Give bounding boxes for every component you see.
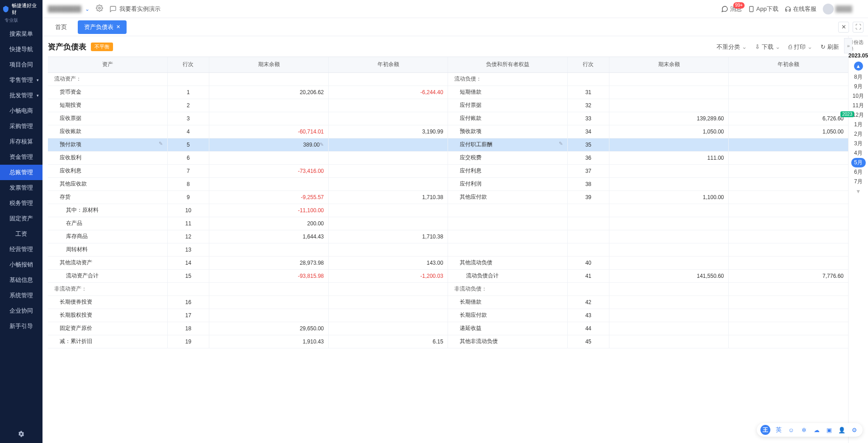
demo-link[interactable]: 我要看实例演示 [109,5,160,13]
sidebar-item[interactable]: 工资 [0,226,42,242]
table-header: 年初余额 [729,57,848,72]
org-selector[interactable]: ████████ ⌄ [48,5,90,12]
balance-sheet-table[interactable]: 资产行次期末余额年初余额负债和所有者权益行次期末余额年初余额 流动资产：流动负债… [48,57,848,443]
refresh-button[interactable]: ↻刷新 [821,43,839,51]
table-row[interactable]: 其中：原材料10-11,100.00 [48,204,848,217]
sidebar-item[interactable]: 零售管理▾ [0,72,42,88]
edit-icon[interactable]: ✎ [159,141,163,147]
table-row[interactable]: 固定资产原价1829,650.00递延收益44 [48,322,848,335]
month-item[interactable]: 8月 [851,72,866,82]
table-row[interactable]: 流动资产合计15-93,815.98-1,200.03流动负债合计41141,5… [48,269,848,282]
table-row[interactable]: 长期债券投资16长期借款42 [48,295,848,309]
table-row[interactable]: 流动资产：流动负债： [48,72,848,86]
ime-user-icon[interactable]: 👤 [837,425,846,434]
ime-emoji-icon[interactable]: ☺ [787,425,796,434]
download-button[interactable]: ⇩下载⌄ [755,43,780,51]
table-row[interactable]: 减：累计折旧191,910.436.15其他非流动负债45 [48,335,848,348]
sidebar-item[interactable]: 库存核算 [0,134,42,149]
user-menu[interactable]: ████ [823,4,863,14]
table-row[interactable]: 应收利息7-73,416.00应付利息37 [48,164,848,177]
sidebar-item[interactable]: 快捷导航 [0,42,42,57]
sidebar-item[interactable]: 项目合同 [0,57,42,72]
sidebar-item[interactable]: 小畅电商 [0,103,42,119]
sidebar-item[interactable]: 新手引导 [0,319,42,334]
ime-settings-icon[interactable]: ⚙ [850,425,859,434]
lang-toggle[interactable]: 英 [774,425,783,434]
table-row[interactable]: 短期投资2应付票据32 [48,99,848,112]
svg-rect-1 [750,6,753,12]
sidebar-item[interactable]: 资金管理 [0,149,42,165]
logo: 畅捷通好业财 [0,0,42,18]
sidebar-item[interactable]: 批发管理▾ [0,88,42,103]
table-row[interactable]: 应收票据3应付账款33139,289.606,726.60 [48,112,848,125]
table-row[interactable]: 预付款项✎5389.00✎应付职工薪酬✎35 [48,138,848,151]
month-item[interactable]: 5月 [851,158,866,167]
table-row[interactable]: 在产品11200.00 [48,217,848,230]
table-row[interactable]: 非流动资产：非流动负债： [48,282,848,295]
report-header: 资产负债表 不平衡 不重分类⌄ ⇩下载⌄ ⎙打印⌄ ↻刷新 [48,42,848,57]
sidebar-item[interactable]: 小畅报销 [0,257,42,272]
settings-icon[interactable] [0,425,42,443]
table-row[interactable]: 周转材料13 [48,243,848,256]
edit-icon[interactable]: ✎ [559,141,563,147]
message-badge: 99+ [733,2,745,9]
table-row[interactable]: 应收股利6应交税费36111.00 [48,151,848,164]
year-tag: 2023 [840,111,854,117]
table-row[interactable]: 库存商品121,644.431,710.38 [48,230,848,243]
scroll-down-icon[interactable]: ▼ [856,188,861,195]
messages-button[interactable]: 消息 99+ [721,5,742,13]
scroll-up-icon[interactable]: ▲ [854,62,863,71]
close-all-tabs-button[interactable]: ✕ [838,22,849,33]
month-item[interactable]: 3月 [851,139,866,148]
sidebar-item[interactable]: 税务管理 [0,195,42,211]
month-selector-panel: » 月份选择 2023.05 ▲ 8月9月10月11月12月1月2月3月4月5月… [848,36,868,443]
gear-icon[interactable] [96,5,103,13]
table-header: 负债和所有者权益 [448,57,567,72]
table-header: 年初余额 [329,57,448,72]
sidebar-item[interactable]: 总账管理 [0,165,42,180]
sidebar-item[interactable]: 发票管理 [0,180,42,195]
sidebar-item[interactable]: 搜索菜单 [0,26,42,42]
ime-clipboard-icon[interactable]: ▣ [825,425,834,434]
month-item[interactable]: 11月 [851,101,866,110]
expand-panel-icon[interactable]: » [844,38,852,53]
month-item[interactable]: 10月 [851,91,866,101]
sidebar-item[interactable]: 采购管理 [0,119,42,134]
month-item[interactable]: 2月 [851,129,866,139]
fullscreen-button[interactable]: ⛶ [853,22,863,33]
ime-voice-icon[interactable]: ✲ [799,425,808,434]
table-header: 期末余额 [209,57,329,72]
sidebar-item[interactable]: 经营管理 [0,242,42,257]
ime-indicator[interactable]: 王 [760,425,770,435]
table-row[interactable]: 其他应收款8应付利润38 [48,177,848,191]
close-icon[interactable]: ✕ [116,24,120,30]
app-download-button[interactable]: App下载 [748,5,778,13]
print-button[interactable]: ⎙打印⌄ [788,43,812,51]
reclassify-toggle[interactable]: 不重分类⌄ [717,43,747,51]
month-panel-year: 2023.05 [849,52,868,59]
month-item[interactable]: 7月 [851,177,866,186]
sidebar-item[interactable]: 系统管理 [0,288,42,303]
table-row[interactable]: 货币资金120,206.62-6,244.40短期借款31 [48,86,848,99]
ime-toolbar: 王 英 ☺ ✲ ☁ ▣ 👤 ⚙ [757,423,863,437]
ime-cloud-icon[interactable]: ☁ [812,425,821,434]
chevron-down-icon: ▾ [37,78,39,82]
online-service-button[interactable]: 在线客服 [785,5,816,13]
table-row[interactable]: 其他流动资产1428,973.98143.00其他流动负债40 [48,256,848,269]
table-row[interactable]: 应收账款4-60,714.013,190.99预收款项341,050.001,0… [48,125,848,138]
tab-balance-sheet[interactable]: 资产负债表 ✕ [78,20,127,34]
table-row[interactable]: 长期股权投资17长期应付款43 [48,309,848,322]
month-item[interactable]: 6月 [851,167,866,177]
sidebar-item[interactable]: 企业协同 [0,303,42,319]
tab-home[interactable]: 首页 [49,20,73,34]
month-item[interactable]: 4月 [851,148,866,158]
sidebar-item[interactable]: 固定资产 [0,211,42,226]
table-header: 行次 [567,57,609,72]
month-item[interactable]: 9月 [851,82,866,91]
edit-icon[interactable]: ✎ [320,142,324,148]
table-row[interactable]: 存货9-9,255.571,710.38其他应付款391,100.00 [48,191,848,204]
sidebar: 畅捷通好业财 专业版 搜索菜单快捷导航项目合同零售管理▾批发管理▾小畅电商采购管… [0,0,42,443]
table-header: 资产 [48,57,167,72]
sidebar-item[interactable]: 基础信息 [0,272,42,288]
month-item[interactable]: 1月 [851,120,866,129]
